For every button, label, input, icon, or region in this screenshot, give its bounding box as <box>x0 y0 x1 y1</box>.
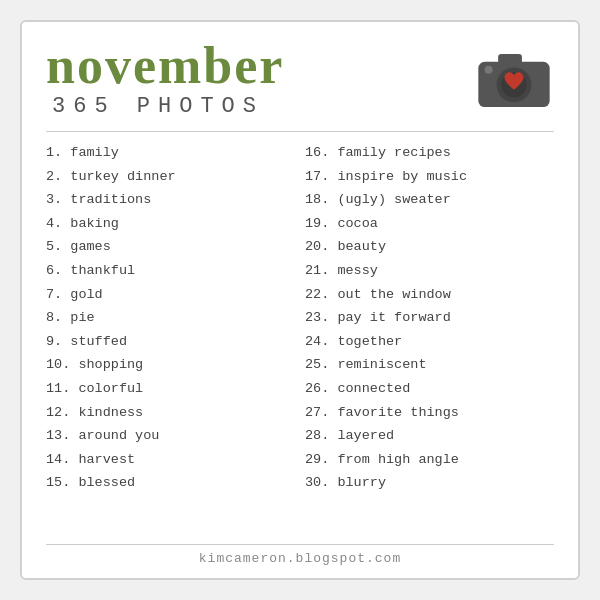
list-item: 25. reminiscent <box>305 354 554 376</box>
list-item: 30. blurry <box>305 472 554 494</box>
list-item: 3. traditions <box>46 189 295 211</box>
list-item: 28. layered <box>305 425 554 447</box>
list-item: 15. blessed <box>46 472 295 494</box>
list-item: 19. cocoa <box>305 213 554 235</box>
list-item: 1. family <box>46 142 295 164</box>
lists-container: 1. family2. turkey dinner3. traditions4.… <box>46 142 554 536</box>
list-item: 7. gold <box>46 284 295 306</box>
svg-point-4 <box>485 66 493 74</box>
header-divider <box>46 131 554 132</box>
right-column: 16. family recipes17. inspire by music18… <box>305 142 554 536</box>
list-item: 21. messy <box>305 260 554 282</box>
footer: kimcameron.blogspot.com <box>46 544 554 566</box>
title-november: november <box>46 40 284 92</box>
list-item: 4. baking <box>46 213 295 235</box>
list-item: 5. games <box>46 236 295 258</box>
title-block: november 365 PHOTOS <box>46 40 284 119</box>
list-item: 11. colorful <box>46 378 295 400</box>
list-item: 24. together <box>305 331 554 353</box>
list-item: 29. from high angle <box>305 449 554 471</box>
header: november 365 PHOTOS <box>46 40 554 119</box>
list-item: 10. shopping <box>46 354 295 376</box>
list-item: 14. harvest <box>46 449 295 471</box>
list-item: 26. connected <box>305 378 554 400</box>
list-item: 13. around you <box>46 425 295 447</box>
list-item: 8. pie <box>46 307 295 329</box>
list-item: 23. pay it forward <box>305 307 554 329</box>
list-item: 17. inspire by music <box>305 166 554 188</box>
list-item: 2. turkey dinner <box>46 166 295 188</box>
svg-rect-1 <box>498 54 522 67</box>
main-card: november 365 PHOTOS 1. family2. turkey <box>20 20 580 580</box>
list-item: 27. favorite things <box>305 402 554 424</box>
title-photos: 365 PHOTOS <box>52 94 264 119</box>
list-item: 20. beauty <box>305 236 554 258</box>
list-item: 12. kindness <box>46 402 295 424</box>
list-item: 6. thankful <box>46 260 295 282</box>
list-item: 18. (ugly) sweater <box>305 189 554 211</box>
list-item: 22. out the window <box>305 284 554 306</box>
camera-icon <box>474 46 554 111</box>
left-column: 1. family2. turkey dinner3. traditions4.… <box>46 142 295 536</box>
list-item: 9. stuffed <box>46 331 295 353</box>
list-item: 16. family recipes <box>305 142 554 164</box>
